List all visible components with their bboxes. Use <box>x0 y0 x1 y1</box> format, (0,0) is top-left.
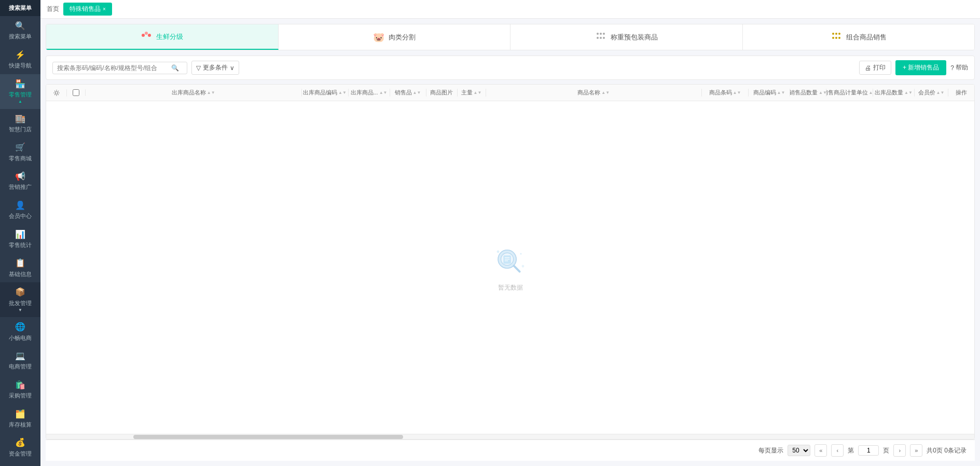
inventory-icon: 🗂️ <box>15 408 25 420</box>
empty-text: 暂无数据 <box>498 283 523 292</box>
sidebar-item-general[interactable]: 📒 总账管理 <box>0 462 40 466</box>
sidebar-item-retail-mall[interactable]: 🛒 零售商城 <box>0 138 40 167</box>
prev-page-button[interactable]: ‹ <box>831 444 844 457</box>
help-button[interactable]: ? 帮助 <box>950 63 968 72</box>
sidebar-item-member[interactable]: 👤 会员中心 <box>0 196 40 225</box>
wholesale-icon: 📦 <box>15 286 25 298</box>
per-page-select[interactable]: 50 <box>788 445 810 456</box>
sort-sales-qty-icon[interactable]: ▲▼ <box>819 90 826 95</box>
svg-point-6 <box>597 37 599 39</box>
th-weight[interactable]: 主量 ▲▼ <box>458 89 486 97</box>
topbar: 首页 特殊销售品 × <box>40 0 980 19</box>
tab-combo[interactable]: 组合商品销售 <box>743 24 975 50</box>
th-action: 操作 <box>948 89 974 97</box>
svg-point-14 <box>838 37 840 39</box>
first-page-button[interactable]: « <box>815 444 827 457</box>
sort-barcode-icon[interactable]: ▲▼ <box>733 90 741 95</box>
sort-goods-name-icon[interactable]: ▲▼ <box>601 90 610 95</box>
sort-out-qty-icon[interactable]: ▲▼ <box>904 90 913 95</box>
next-page-button[interactable]: › <box>893 444 906 457</box>
table-area: 出库商品名称 ▲▼ 出库商品编码 ▲▼ 出库商品... ▲▼ 销售品 ▲▼ 商品… <box>46 84 975 440</box>
sort-goods-code-icon[interactable]: ▲▼ <box>777 90 785 95</box>
select-all-checkbox[interactable] <box>73 89 79 96</box>
sidebar-item-retail-stats[interactable]: 📊 零售统计 <box>0 225 40 254</box>
sidebar-item-purchase[interactable]: 🛍️ 采购管理 <box>0 375 40 404</box>
sidebar-item-ecom-mgmt[interactable]: 💻 电商管理 <box>0 346 40 375</box>
smart-store-icon: 🏬 <box>15 113 25 125</box>
th-out-name[interactable]: 出库商品名称 ▲▼ <box>86 89 302 97</box>
tab-meat[interactable]: 🐷 肉类分割 <box>279 24 511 50</box>
per-page-label: 每页显示 <box>758 446 783 455</box>
svg-point-0 <box>142 34 145 37</box>
sort-out-code-icon[interactable]: ▲▼ <box>338 90 347 95</box>
sidebar-item-wholesale[interactable]: 📦 批发管理 ▼ <box>0 282 40 317</box>
tab-weigh[interactable]: 称重预包装商品 <box>510 24 743 50</box>
sidebar-item-mini-ecom[interactable]: 🌐 小畅电商 <box>0 317 40 346</box>
svg-point-4 <box>600 33 602 35</box>
sidebar-item-inventory[interactable]: 🗂️ 库存核算 <box>0 404 40 433</box>
marketing-icon: 📢 <box>15 171 25 182</box>
svg-point-10 <box>835 33 837 35</box>
th-out-spec[interactable]: 出库商品... ▲▼ <box>349 89 390 97</box>
tab-fresh[interactable]: 生鲜分级 <box>46 24 279 50</box>
sort-sales-icon[interactable]: ▲▼ <box>413 90 421 95</box>
sort-unit-icon[interactable]: ▲▼ <box>869 90 873 95</box>
add-sales-button[interactable]: + 新增销售品 <box>895 60 946 75</box>
sidebar-item-basic-info[interactable]: 📋 基础信息 <box>0 253 40 282</box>
ecom-mgmt-icon: 💻 <box>15 350 25 362</box>
basic-info-icon: 📋 <box>15 257 25 269</box>
svg-point-8 <box>603 37 605 39</box>
svg-point-9 <box>832 33 834 35</box>
sort-out-name-icon[interactable]: ▲▼ <box>207 90 215 95</box>
sidebar-item-marketing[interactable]: 📢 营销推广 <box>0 167 40 196</box>
app-logo: 搜索菜单 <box>0 0 40 16</box>
th-sales[interactable]: 销售品 ▲▼ <box>390 89 426 97</box>
th-goods-code[interactable]: 商品编码 ▲▼ <box>749 89 790 97</box>
sidebar-item-smart-store[interactable]: 🏬 智慧门店 <box>0 109 40 138</box>
sort-member-price-icon[interactable]: ▲▼ <box>936 90 945 95</box>
scroll-thumb[interactable] <box>133 435 403 439</box>
horizontal-scrollbar[interactable] <box>46 434 974 439</box>
th-sales-qty[interactable]: 销售品数量 ▲▼ <box>790 89 826 97</box>
filter-button[interactable]: ▽ 更多条件 ∨ <box>191 61 239 75</box>
combo-icon <box>831 31 842 43</box>
retail-icon: 🏪 <box>15 78 25 90</box>
svg-point-23 <box>496 251 499 253</box>
home-link[interactable]: 首页 <box>47 5 59 13</box>
svg-line-18 <box>514 266 519 271</box>
th-out-code[interactable]: 出库商品编码 ▲▼ <box>302 89 349 97</box>
total-label: 共0页 0条记录 <box>927 446 967 455</box>
search-input[interactable] <box>57 64 171 72</box>
tab-close-icon[interactable]: × <box>103 6 106 12</box>
retail-arrow-icon: ▲ <box>18 99 22 104</box>
sort-out-spec-icon[interactable]: ▲▼ <box>379 90 388 95</box>
th-barcode[interactable]: 商品条码 ▲▼ <box>702 89 749 97</box>
th-out-qty[interactable]: 出库品数量 ▲▼ <box>873 89 915 97</box>
th-goods-name[interactable]: 商品名称 ▲▼ <box>486 89 702 97</box>
search-icon[interactable]: 🔍 <box>171 64 179 72</box>
th-unit[interactable]: 销售商品计量单位 ▲▼ <box>826 89 873 97</box>
empty-state: 暂无数据 <box>490 243 531 292</box>
th-checkbox[interactable] <box>67 89 86 96</box>
active-tab[interactable]: 特殊销售品 × <box>63 3 112 16</box>
last-page-button[interactable]: » <box>910 444 922 457</box>
svg-point-24 <box>520 253 521 254</box>
svg-point-13 <box>835 37 837 39</box>
print-icon: 🖨 <box>865 64 871 72</box>
svg-point-15 <box>55 91 58 94</box>
svg-point-25 <box>521 265 524 268</box>
th-member-price[interactable]: 会员价 ▲▼ <box>915 89 948 97</box>
svg-point-2 <box>148 34 151 37</box>
sidebar-item-retail[interactable]: 🏪 零售管理 ▲ <box>0 74 40 109</box>
th-settings[interactable] <box>46 89 67 97</box>
sidebar-item-finance[interactable]: 💰 资金管理 <box>0 433 40 462</box>
wholesale-arrow-icon: ▼ <box>18 307 22 313</box>
sort-weight-icon[interactable]: ▲▼ <box>474 90 482 95</box>
sidebar-item-quick[interactable]: ⚡ 快捷导航 <box>0 45 40 74</box>
category-tabs: 生鲜分级 🐷 肉类分割 称重预包装商品 <box>46 24 975 50</box>
svg-point-3 <box>597 33 599 35</box>
print-button[interactable]: 🖨 打印 <box>859 61 891 75</box>
sidebar-item-search[interactable]: 🔍 搜索菜单 <box>0 16 40 45</box>
page-input[interactable] <box>858 445 879 456</box>
search-box[interactable]: 🔍 <box>52 62 187 74</box>
